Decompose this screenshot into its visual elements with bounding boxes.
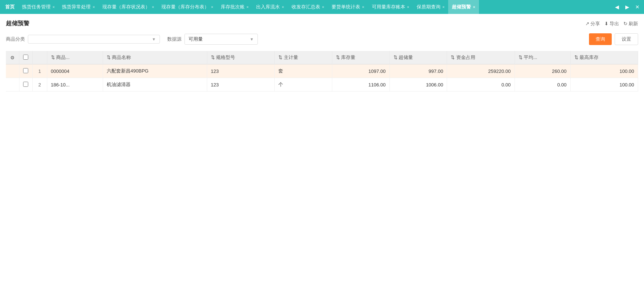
close-icon[interactable]: × (362, 5, 364, 9)
chevron-down-icon: ▼ (152, 37, 156, 41)
datasource-label: 数据源 (167, 36, 182, 42)
category-filter: 商品分类 ▼ (6, 35, 160, 44)
row-max-stock: 100.00 (570, 78, 638, 92)
row-settings-icon[interactable] (6, 64, 19, 78)
nav-item-order-stats[interactable]: 要货单统计表 × (328, 0, 368, 14)
row-product-name: 机油滤清器 (103, 78, 207, 92)
th-capital[interactable]: ⇅ 资金占用 (447, 51, 515, 64)
share-button[interactable]: ↗ 分享 (585, 21, 600, 27)
nav-item-available-account[interactable]: 可用量库存账本 × (368, 0, 413, 14)
nav-arrows: ◀ ▶ ✕ (612, 0, 643, 14)
row-avg: 0.00 (515, 78, 570, 92)
nav-left-arrow[interactable]: ◀ (612, 0, 622, 14)
close-icon[interactable]: × (442, 5, 444, 9)
row-unit: 套 (274, 64, 332, 78)
row-capital: 0.00 (447, 78, 515, 92)
row-settings-icon[interactable] (6, 78, 19, 92)
close-icon[interactable]: × (211, 5, 213, 9)
category-label: 商品分类 (6, 36, 25, 42)
export-icon: ⬇ (604, 21, 608, 26)
th-spec[interactable]: ⇅ 规格型号 (207, 51, 274, 64)
nav-close-arrow[interactable]: ✕ (632, 0, 643, 14)
row-spec: 123 (207, 78, 274, 92)
row-checkbox[interactable] (23, 82, 28, 87)
th-number (32, 51, 47, 64)
close-icon[interactable]: × (407, 5, 409, 9)
table-header-row: ⚙ ⇅ 商品... ⇅ 商品名称 ⇅ 规格型号 (6, 51, 638, 64)
page-actions: ↗ 分享 ⬇ 导出 ↻ 刷新 (585, 21, 638, 27)
nav-right-arrow[interactable]: ▶ (622, 0, 632, 14)
row-checkbox-cell[interactable] (19, 64, 32, 78)
row-product-name: 六配套新昌490BPG (103, 64, 207, 78)
close-icon[interactable]: × (92, 5, 95, 9)
close-icon[interactable]: × (473, 5, 475, 9)
datasource-value: 可用量 (189, 36, 203, 42)
row-number: 2 (32, 78, 47, 92)
select-all-checkbox[interactable] (23, 55, 28, 60)
row-checkbox[interactable] (23, 68, 28, 73)
close-icon[interactable]: × (246, 5, 249, 9)
th-stock[interactable]: ⇅ 库存量 (332, 51, 389, 64)
row-overstock: 1006.00 (389, 78, 447, 92)
nav-item-quality-check[interactable]: 保质期查询 × (413, 0, 448, 14)
nav-item-stock-dist[interactable]: 现存量（库存分布表） × (158, 0, 217, 14)
settings-button[interactable]: 设置 (615, 33, 638, 45)
row-overstock: 997.00 (389, 64, 447, 78)
refresh-button[interactable]: ↻ 刷新 (623, 21, 638, 27)
nav-item-stock-status[interactable]: 现存量（库存状况表） × (99, 0, 158, 14)
th-overstock[interactable]: ⇅ 超储量 (389, 51, 447, 64)
datasource-select[interactable]: 可用量 ▼ (184, 34, 258, 45)
chevron-down-icon: ▼ (250, 37, 254, 41)
filter-bar: 商品分类 ▼ 数据源 可用量 ▼ 查询 设置 (6, 33, 638, 45)
row-stock: 1106.00 (332, 78, 389, 92)
close-icon[interactable]: × (52, 5, 55, 9)
th-max-stock[interactable]: ⇅ 最高库存 (570, 51, 638, 64)
nav-item-collect-summary[interactable]: 收发存汇总表 × (288, 0, 328, 14)
row-number: 1 (32, 64, 47, 78)
row-checkbox-cell[interactable] (19, 78, 32, 92)
th-unit[interactable]: ⇅ 主计量 (274, 51, 332, 64)
close-icon[interactable]: × (282, 5, 284, 9)
share-icon: ↗ (585, 21, 589, 26)
page-title: 超储预警 (6, 20, 29, 27)
row-stock: 1097.00 (332, 64, 389, 78)
refresh-icon: ↻ (623, 21, 627, 26)
row-avg: 260.00 (515, 64, 570, 78)
th-checkbox[interactable] (19, 51, 32, 64)
category-select[interactable]: ▼ (28, 35, 160, 44)
page-content: 超储预警 ↗ 分享 ⬇ 导出 ↻ 刷新 商品分类 ▼ 数据源 (0, 14, 644, 293)
nav-item-batch-account[interactable]: 库存批次账 × (217, 0, 252, 14)
row-spec: 123 (207, 64, 274, 78)
row-max-stock: 100.00 (570, 64, 638, 78)
top-nav: 首页 拣货任务管理 × 拣货异常处理 × 现存量（库存状况表） × 现存量（库存… (0, 0, 644, 14)
datasource-filter: 数据源 可用量 ▼ (167, 34, 258, 45)
close-icon[interactable]: × (322, 5, 324, 9)
row-product-code: 0000004 (47, 64, 103, 78)
th-product-code[interactable]: ⇅ 商品... (47, 51, 103, 64)
nav-item-overstock-warning[interactable]: 超储预警 × (448, 0, 479, 14)
row-product-code: 186-10... (47, 78, 103, 92)
table-row: 1 0000004 六配套新昌490BPG 123 套 1097.00 997.… (6, 64, 638, 78)
row-unit: 个 (274, 78, 332, 92)
settings-icon: ⚙ (10, 55, 15, 60)
nav-item-abnormal[interactable]: 拣货异常处理 × (58, 0, 98, 14)
th-avg[interactable]: ⇅ 平均... (515, 51, 570, 64)
row-capital: 259220.00 (447, 64, 515, 78)
nav-item-home[interactable]: 首页 (1, 0, 18, 14)
page-header: 超储预警 ↗ 分享 ⬇ 导出 ↻ 刷新 (6, 20, 638, 27)
nav-item-task-mgmt[interactable]: 拣货任务管理 × (18, 0, 58, 14)
export-button[interactable]: ⬇ 导出 (604, 21, 619, 27)
th-settings[interactable]: ⚙ (6, 51, 19, 64)
query-button[interactable]: 查询 (589, 33, 612, 45)
th-product-name[interactable]: ⇅ 商品名称 (103, 51, 207, 64)
close-icon[interactable]: × (152, 5, 154, 9)
nav-item-in-out-flow[interactable]: 出入库流水 × (252, 0, 288, 14)
table-row: 2 186-10... 机油滤清器 123 个 1106.00 1006.00 … (6, 78, 638, 92)
filter-buttons: 查询 设置 (589, 33, 638, 45)
data-table: ⚙ ⇅ 商品... ⇅ 商品名称 ⇅ 规格型号 (6, 51, 638, 92)
